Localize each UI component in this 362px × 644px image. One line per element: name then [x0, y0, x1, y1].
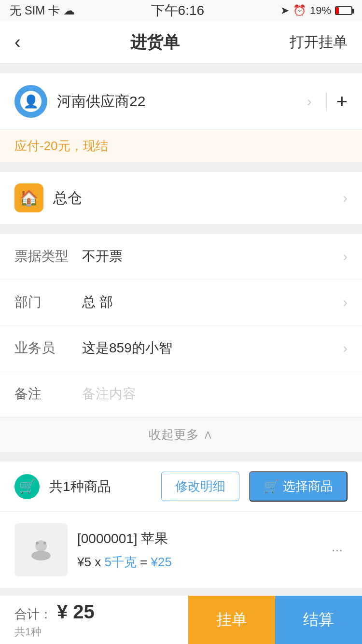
battery-level: 19% [310, 4, 331, 17]
staff-row[interactable]: 业务员 这是859的小智 › [0, 325, 362, 371]
product-equals: = [140, 555, 151, 569]
dept-value: 总 部 [72, 293, 343, 311]
svg-point-2 [36, 542, 39, 545]
section-gap-4 [0, 452, 362, 462]
open-hang-button[interactable]: 打开挂单 [290, 32, 348, 52]
svg-point-3 [43, 542, 46, 545]
dept-row[interactable]: 部门 总 部 › [0, 280, 362, 325]
remark-row[interactable]: 备注 备注内容 [0, 371, 362, 417]
bottom-bar: 合计： ¥ 25 共1种 挂单 结算 [0, 596, 362, 644]
total-amount: ¥ 25 [57, 601, 95, 623]
supplier-avatar: 👤 [14, 85, 47, 118]
supplier-name: 河南供应商22 [57, 92, 307, 112]
signal-text: 无 SIM 卡 ☁ [10, 3, 75, 18]
product-qty: 5千克 [104, 555, 136, 569]
dept-chevron-icon: › [343, 294, 348, 310]
staff-label: 业务员 [14, 339, 72, 357]
warehouse-row[interactable]: 🏠 总仓 › [0, 172, 362, 224]
location-icon: ➤ [280, 4, 289, 17]
staff-chevron-icon: › [343, 340, 348, 356]
supplier-chevron-icon: › [307, 93, 312, 110]
product-total: ¥25 [151, 555, 172, 569]
product-name: [0000001] 苹果 [77, 530, 317, 548]
invoice-chevron-icon: › [343, 248, 348, 265]
form-card: 票据类型 不开票 › 部门 总 部 › 业务员 这是859的小智 › 备注 备注… [0, 234, 362, 417]
nav-bar: ‹ 进货单 打开挂单 [0, 21, 362, 64]
back-button[interactable]: ‹ [14, 32, 21, 53]
invoice-value: 不开票 [72, 247, 343, 266]
supplier-info-banner: 应付-20元，现结 [0, 130, 362, 162]
product-thumbnail [14, 523, 68, 576]
product-unit-price: ¥5 [77, 555, 91, 569]
products-header: 🛒 共1种商品 修改明细 🛒 选择商品 [0, 462, 362, 511]
invoice-label: 票据类型 [14, 247, 72, 266]
status-right: ➤ ⏰ 19% [280, 4, 352, 17]
product-title: 苹果 [141, 531, 168, 546]
product-code: [0000001] [77, 531, 138, 546]
total-text: 合计： [14, 606, 52, 623]
hang-button[interactable]: 挂单 [188, 596, 275, 644]
battery-icon [335, 6, 352, 15]
supplier-avatar-icon: 👤 [20, 91, 42, 112]
products-count: 共1种商品 [49, 477, 152, 496]
dept-label: 部门 [14, 293, 72, 311]
supplier-divider [326, 92, 327, 111]
warehouse-chevron-icon: › [343, 190, 348, 206]
warehouse-card: 🏠 总仓 › [0, 172, 362, 224]
collapse-bar[interactable]: 收起更多 ∧ [0, 417, 362, 452]
warehouse-name: 总仓 [53, 188, 343, 208]
product-item: [0000001] 苹果 ¥5 x 5千克 = ¥25 ··· [0, 511, 362, 588]
status-left: 无 SIM 卡 ☁ [10, 3, 75, 18]
status-bar: 无 SIM 卡 ☁ 下午6:16 ➤ ⏰ 19% [0, 0, 362, 21]
status-time: 下午6:16 [151, 1, 205, 20]
remark-input[interactable]: 备注内容 [72, 385, 348, 403]
select-product-button[interactable]: 🛒 选择商品 [249, 471, 348, 502]
invoice-row[interactable]: 票据类型 不开票 › [0, 234, 362, 280]
page-title: 进货单 [130, 31, 180, 54]
cart-icon: 🛒 [264, 479, 279, 494]
products-icon: 🛒 [14, 474, 40, 499]
products-card: 🛒 共1种商品 修改明细 🛒 选择商品 [0000001] 苹果 ¥5 x [0, 462, 362, 588]
edit-detail-button[interactable]: 修改明细 [161, 472, 239, 501]
product-menu-button[interactable]: ··· [327, 537, 348, 562]
total-count: 共1种 [14, 625, 174, 639]
warehouse-icon: 🏠 [14, 183, 43, 212]
section-gap-2 [0, 162, 362, 172]
select-product-label: 选择商品 [283, 478, 333, 495]
alarm-icon: ⏰ [293, 4, 306, 17]
product-info: [0000001] 苹果 ¥5 x 5千克 = ¥25 [77, 530, 317, 571]
remark-label: 备注 [14, 385, 72, 403]
svg-point-1 [31, 551, 51, 560]
product-multiply: x [95, 555, 104, 569]
product-price: ¥5 x 5千克 = ¥25 [77, 554, 317, 571]
total-label: 合计： ¥ 25 [14, 601, 174, 623]
supplier-row[interactable]: 👤 河南供应商22 › + [0, 73, 362, 130]
add-supplier-button[interactable]: + [336, 91, 348, 112]
checkout-button[interactable]: 结算 [275, 596, 362, 644]
section-gap-1 [0, 64, 362, 73]
supplier-card: 👤 河南供应商22 › + 应付-20元，现结 [0, 73, 362, 162]
staff-value: 这是859的小智 [72, 339, 343, 357]
total-section: 合计： ¥ 25 共1种 [0, 601, 188, 639]
section-gap-3 [0, 224, 362, 234]
